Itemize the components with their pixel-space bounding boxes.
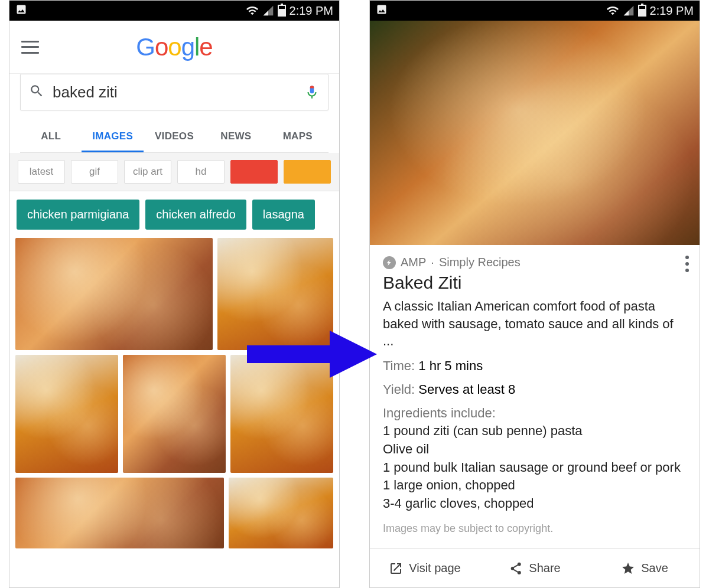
tab-news[interactable]: NEWS xyxy=(205,121,266,152)
recipe-card: AMP · Simply Recipes Baked Ziti A classi… xyxy=(370,245,700,548)
star-icon xyxy=(621,561,635,576)
source-sep: · xyxy=(431,256,434,269)
mic-icon[interactable] xyxy=(304,84,320,100)
filter-color-orange[interactable] xyxy=(284,160,331,184)
recipe-description: A classic Italian American comfort food … xyxy=(383,298,687,350)
search-tabs: ALL IMAGES VIDEOS NEWS MAPS xyxy=(20,121,329,153)
share-button[interactable]: Share xyxy=(480,549,590,587)
image-result[interactable] xyxy=(15,238,213,350)
action-bar: Visit page Share Save xyxy=(370,548,700,587)
image-result[interactable] xyxy=(229,478,333,548)
image-result[interactable] xyxy=(15,355,118,473)
related-pill[interactable]: chicken parmigiana xyxy=(17,200,139,230)
related-pill[interactable]: lasagna xyxy=(252,200,315,230)
more-options-button[interactable] xyxy=(685,256,689,272)
ingredients-list: 1 pound ziti (can sub penne) pasta Olive… xyxy=(383,422,687,513)
phone-recipe-detail: 2:19 PM AMP · Simply Recipes Baked Ziti … xyxy=(369,0,700,588)
status-bar: 2:19 PM xyxy=(370,1,700,21)
recipe-yield: Yield: Serves at least 8 xyxy=(383,382,687,397)
app-header: Google xyxy=(9,21,339,74)
image-notification-icon xyxy=(376,4,388,15)
filter-bar: latest gif clip art hd xyxy=(9,153,339,191)
search-box[interactable] xyxy=(20,74,329,110)
tab-maps[interactable]: MAPS xyxy=(267,121,329,152)
wifi-icon xyxy=(246,4,259,17)
wifi-icon xyxy=(606,4,619,17)
source-site: Simply Recipes xyxy=(439,256,521,269)
ingredient-item: 3-4 garlic cloves, chopped xyxy=(383,495,687,513)
google-logo: Google xyxy=(136,33,212,61)
ingredient-item: 1 pound bulk Italian sausage or ground b… xyxy=(383,459,687,477)
filter-clipart[interactable]: clip art xyxy=(124,160,171,184)
ingredient-item: 1 large onion, chopped xyxy=(383,476,687,495)
image-notification-icon xyxy=(15,4,27,15)
status-bar: 2:19 PM xyxy=(9,1,339,21)
recipe-time: Time: 1 hr 5 mins xyxy=(383,358,687,374)
tab-videos[interactable]: VIDEOS xyxy=(144,121,205,152)
source-row: AMP · Simply Recipes xyxy=(383,256,687,269)
menu-button[interactable] xyxy=(21,41,39,54)
signal-icon xyxy=(262,5,274,17)
amp-icon xyxy=(383,256,396,269)
filter-gif[interactable]: gif xyxy=(71,160,118,184)
open-icon xyxy=(389,561,403,576)
recipe-hero-image[interactable] xyxy=(370,21,700,245)
svg-marker-0 xyxy=(247,331,377,378)
status-time: 2:19 PM xyxy=(650,4,694,18)
related-pill[interactable]: chicken alfredo xyxy=(145,200,246,230)
filter-color-red[interactable] xyxy=(230,160,278,184)
status-time: 2:19 PM xyxy=(290,4,333,18)
filter-latest[interactable]: latest xyxy=(18,160,65,184)
phone-search-results: 2:19 PM Google ALL IM xyxy=(9,0,340,588)
tab-all[interactable]: ALL xyxy=(20,121,82,152)
ingredient-item: 1 pound ziti (can sub penne) pasta xyxy=(383,422,687,440)
ingredient-item: Olive oil xyxy=(383,440,687,459)
recipe-title: Baked Ziti xyxy=(383,273,687,293)
image-result[interactable] xyxy=(123,355,226,473)
battery-icon xyxy=(638,5,646,17)
signal-icon xyxy=(623,5,635,17)
ingredients-label: Ingredients include: xyxy=(383,406,687,421)
visit-page-button[interactable]: Visit page xyxy=(370,549,480,587)
image-result[interactable] xyxy=(15,478,224,548)
battery-icon xyxy=(278,5,286,17)
search-icon xyxy=(29,83,44,101)
save-button[interactable]: Save xyxy=(590,549,700,587)
copyright-notice: Images may be subject to copyright. xyxy=(383,522,687,535)
related-searches: chicken parmigiana chicken alfredo lasag… xyxy=(9,191,339,238)
share-icon xyxy=(509,561,523,576)
filter-hd[interactable]: hd xyxy=(177,160,225,184)
search-input[interactable] xyxy=(44,83,304,102)
tab-images[interactable]: IMAGES xyxy=(82,121,143,152)
amp-label: AMP xyxy=(401,256,426,269)
image-results-grid xyxy=(9,238,339,587)
transition-arrow-icon xyxy=(247,331,377,378)
